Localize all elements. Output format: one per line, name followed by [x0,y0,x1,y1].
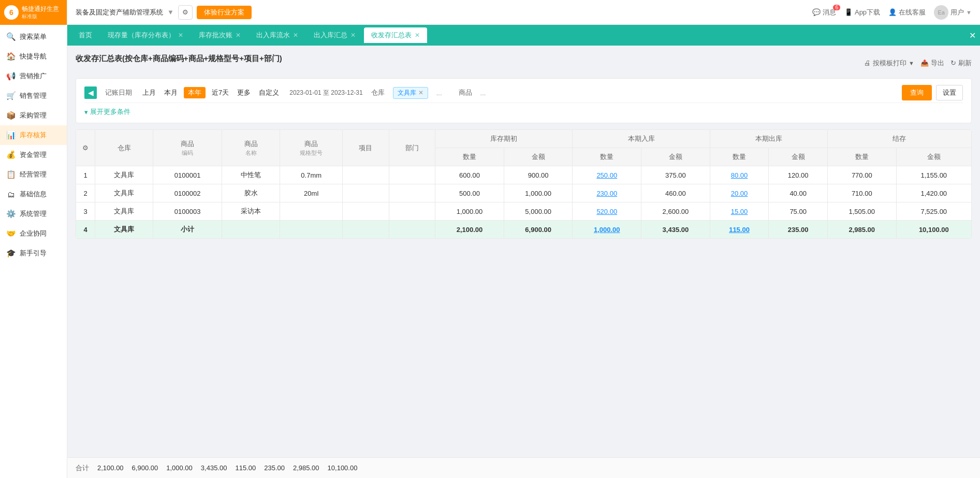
tab-inout-summary[interactable]: 出入库汇总 ✕ [306,27,363,43]
row3-code: 0100003 [153,202,222,221]
operations-icon: 📋 [6,170,16,179]
warehouse-tag-close[interactable]: ✕ [418,89,423,96]
row3-bal-qty: 1,505.00 [827,202,896,221]
subtotal-in-qty[interactable]: 1,000.00 [573,221,641,239]
online-service-button[interactable]: 👤 在线客服 [888,8,926,17]
settings-button[interactable]: ⚙ [178,5,193,20]
product-more[interactable]: ... [480,89,486,97]
sidebar-item-operations[interactable]: 📋 经营管理 [0,165,67,184]
filter-collapse-button[interactable]: ◀ [84,86,97,99]
date-last-month[interactable]: 上月 [140,87,158,98]
footer-label: 合计 [76,463,89,473]
col-product-code-header: 商品编码 [153,130,222,166]
tab-close-receipt-summary[interactable]: ✕ [415,32,420,39]
footer-bal-amt: 10,100.00 [328,464,358,472]
row1-open-qty: 600.00 [435,166,504,184]
close-all-tabs-button[interactable]: ✕ [969,31,976,40]
date-range-display: 2023-01-01 至 2023-12-31 [289,89,362,97]
print-template-button[interactable]: 🖨 按模板打印 ▼ [864,59,914,68]
sidebar-item-system[interactable]: ⚙️ 系统管理 [0,204,67,224]
sidebar-item-sales[interactable]: 🛒 销售管理 [0,86,67,106]
row1-no: 1 [76,166,95,184]
date-custom[interactable]: 自定义 [257,87,281,98]
row2-dept [389,184,435,202]
sidebar-item-inventory[interactable]: 📊 库存核算 [0,125,67,145]
row3-no: 3 [76,202,95,221]
warehouse-tag: 文具库 ✕ [393,87,428,99]
logo-text: 畅捷通好生意 标准版 [22,5,59,20]
tab-batch-account[interactable]: 库存批次账 ✕ [192,27,248,43]
settings-filter-button[interactable]: 设置 [936,85,963,100]
expand-more-conditions[interactable]: ▾ 展开更多条件 [84,103,963,117]
tab-close-inout-summary[interactable]: ✕ [350,32,356,39]
export-icon: 📤 [920,59,929,67]
refresh-button[interactable]: ↻ 刷新 [950,59,972,68]
row1-project [343,166,389,184]
tab-receipt-summary[interactable]: 收发存汇总表 ✕ [364,27,427,43]
footer-bal-qty: 2,985.00 [293,464,319,472]
data-table: ⚙ 仓库 商品编码 商品名称 商品规格型号 项目 部门 库存期初 本期入库 本期… [76,129,972,239]
row1-spec: 0.7mm [280,166,343,184]
row3-out-qty[interactable]: 15.00 [710,202,769,221]
tab-inventory-distribution[interactable]: 现存量（库存分布表） ✕ [100,27,191,43]
trial-button[interactable]: 体验行业方案 [197,6,252,19]
col-opening-qty-header: 数量 [435,148,504,166]
system-name: 装备及固定资产辅助管理系统 [76,8,163,17]
user-menu[interactable]: Ea 用户 ▼ [934,5,972,20]
tab-close-inout-flow[interactable]: ✕ [293,32,298,39]
sidebar-item-marketing[interactable]: 📢 营销推广 [0,66,67,86]
sidebar-item-purchase[interactable]: 📦 采购管理 [0,106,67,125]
row1-code: 0100001 [153,166,222,184]
col-in-qty-header: 数量 [573,148,641,166]
date-this-month[interactable]: 本月 [162,87,180,98]
col-project-header: 项目 [343,130,389,166]
row1-in-qty[interactable]: 250.00 [573,166,641,184]
sidebar-logo: 6 畅捷通好生意 标准版 [0,0,67,25]
row2-out-qty[interactable]: 20.00 [710,184,769,202]
tab-inout-flow[interactable]: 出入库流水 ✕ [249,27,305,43]
date-this-year[interactable]: 本年 [184,87,206,98]
warehouse-more[interactable]: ... [436,89,442,97]
system-icon: ⚙️ [6,209,16,219]
date-last-7days[interactable]: 近7天 [210,87,231,98]
subtotal-empty2 [280,221,343,239]
guide-icon: 🎓 [6,249,16,258]
subtotal-no: 4 [76,221,95,239]
subtotal-warehouse: 文具库 [95,221,153,239]
print-icon: 🖨 [864,59,871,67]
phone-icon: 📱 [844,8,853,16]
row2-open-qty: 500.00 [435,184,504,202]
row3-warehouse: 文具库 [95,202,153,221]
col-out-header: 本期出库 [710,130,827,148]
app-download-button[interactable]: 📱 App下载 [844,8,880,17]
col-settings-header[interactable]: ⚙ [76,130,95,166]
sidebar-item-search[interactable]: 🔍 搜索菜单 [0,27,67,47]
subtotal-row: 4 文具库 小计 2,100.00 6,900.00 1,000.00 3,43… [76,221,972,239]
message-button[interactable]: 💬 消息 6 [812,8,836,17]
tab-close-batch-account[interactable]: ✕ [236,32,241,39]
date-options: 上月 本月 本年 近7天 更多 自定义 [140,87,281,98]
subtotal-open-qty: 2,100.00 [435,221,504,239]
col-opening-header: 库存期初 [435,130,573,148]
tab-close-inventory-distribution[interactable]: ✕ [178,32,183,39]
sidebar-item-finance[interactable]: 💰 资金管理 [0,145,67,165]
tab-home[interactable]: 首页 [71,27,99,43]
row2-in-qty[interactable]: 230.00 [573,184,641,202]
sidebar-item-quicknav[interactable]: 🏠 快捷导航 [0,47,67,66]
sidebar-item-guide[interactable]: 🎓 新手引导 [0,243,67,263]
topbar-left: 装备及固定资产辅助管理系统 ▼ ⚙ 体验行业方案 [76,5,252,20]
inventory-icon: 📊 [6,131,16,140]
topbar-dropdown-icon: ▼ [167,8,174,16]
row3-in-qty[interactable]: 520.00 [573,202,641,221]
date-more[interactable]: 更多 [235,87,253,98]
row3-bal-amt: 7,525.00 [896,202,971,221]
sidebar-item-collab[interactable]: 🤝 企业协同 [0,224,67,243]
sidebar-item-basic[interactable]: 🗂 基础信息 [0,184,67,204]
export-button[interactable]: 📤 导出 [920,59,944,68]
query-button[interactable]: 查询 [902,85,932,100]
subtotal-out-qty[interactable]: 115.00 [710,221,769,239]
topbar: 装备及固定资产辅助管理系统 ▼ ⚙ 体验行业方案 💬 消息 6 📱 App下载 … [67,0,980,25]
subtotal-label: 小计 [153,221,222,239]
avatar: Ea [934,5,948,20]
row1-out-qty[interactable]: 80.00 [710,166,769,184]
